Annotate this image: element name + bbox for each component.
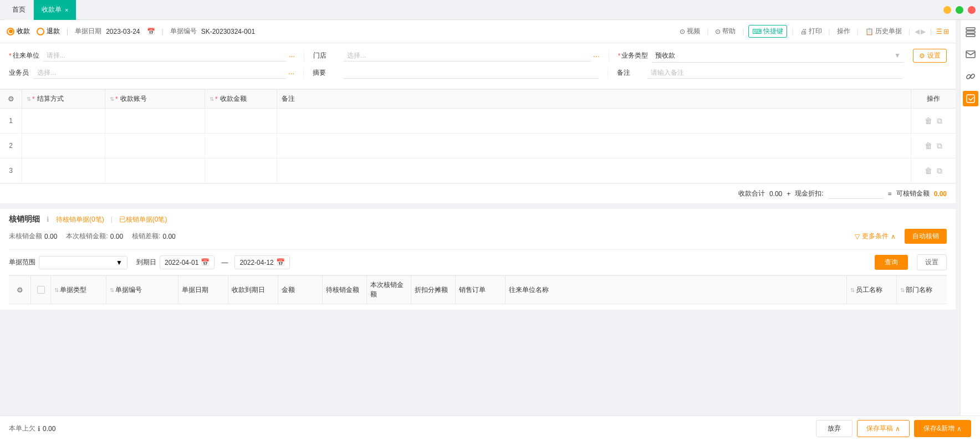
more-conditions-btn[interactable]: ▽ 更多条件 ∧ bbox=[855, 232, 896, 241]
table-row: 1 🗑 ⧉ bbox=[0, 109, 956, 134]
row-1-copy-icon[interactable]: ⧉ bbox=[937, 116, 942, 126]
svg-rect-4 bbox=[967, 95, 974, 102]
operations-btn[interactable]: 操作 bbox=[835, 25, 853, 37]
row-2-settle[interactable] bbox=[22, 134, 105, 158]
tab-close-icon[interactable]: × bbox=[65, 7, 68, 13]
radio-group: 收款 退款 bbox=[7, 27, 60, 36]
row-3-amount[interactable] bbox=[205, 158, 277, 183]
range-dropdown-icon: ▼ bbox=[116, 259, 122, 266]
bottom-info-icon[interactable]: ℹ bbox=[38, 425, 40, 433]
date-to-picker[interactable]: 2022-04-12 📅 bbox=[234, 255, 289, 269]
row-2-delete-icon[interactable]: 🗑 bbox=[925, 141, 932, 150]
biz-type-select[interactable]: 预收款 ▼ bbox=[652, 49, 904, 63]
shop-input[interactable] bbox=[344, 50, 591, 61]
draft-arrow-icon: ∧ bbox=[895, 425, 900, 433]
summary-input[interactable] bbox=[343, 67, 598, 79]
row-1-remark[interactable] bbox=[277, 109, 911, 133]
verif-info-icon[interactable]: ℹ bbox=[47, 216, 49, 223]
prev-arrow[interactable]: ◀ bbox=[915, 28, 920, 35]
row-3-remark[interactable] bbox=[277, 158, 911, 183]
range-select[interactable]: ▼ bbox=[39, 256, 127, 269]
sidebar-mail-icon[interactable] bbox=[963, 47, 978, 62]
staff-more-icon[interactable]: ··· bbox=[288, 69, 295, 78]
layout-list-btn[interactable]: ☰ bbox=[936, 28, 942, 35]
sidebar-table-icon[interactable] bbox=[963, 24, 978, 40]
row-1-delete-icon[interactable]: 🗑 bbox=[925, 116, 932, 125]
date-from-picker[interactable]: 2022-04-01 📅 bbox=[160, 255, 215, 269]
history-label: 历史单据 bbox=[875, 27, 902, 36]
auto-verify-btn[interactable]: 自动核销 bbox=[905, 229, 947, 244]
th-op: 操作 bbox=[911, 90, 956, 108]
row-3-settle[interactable] bbox=[22, 158, 105, 183]
history-btn[interactable]: 📋 历史单据 bbox=[863, 25, 904, 37]
row-2-remark[interactable] bbox=[277, 134, 911, 158]
lth-gear[interactable]: ⚙ bbox=[9, 276, 31, 304]
maximize-btn[interactable] bbox=[956, 6, 963, 14]
print-btn[interactable]: 🖨 打印 bbox=[798, 25, 824, 37]
verif-done-tab[interactable]: 已核销单据(0笔) bbox=[119, 215, 167, 224]
row-2-amount[interactable] bbox=[205, 134, 277, 158]
current-verif-label: 本次核销金额: bbox=[66, 232, 108, 241]
staff-input[interactable] bbox=[34, 67, 286, 79]
row-2-copy-icon[interactable]: ⧉ bbox=[937, 141, 942, 151]
help-btn[interactable]: ⊙ 帮助 bbox=[713, 25, 738, 37]
range-label: 单据范围 bbox=[9, 258, 35, 267]
lth-check[interactable] bbox=[31, 276, 51, 304]
table-row: 3 🗑 ⧉ bbox=[0, 158, 956, 183]
tab-current-label: 收款单 bbox=[42, 5, 62, 14]
current-verif-value: 0.00 bbox=[110, 233, 123, 240]
row-3-copy-icon[interactable]: ⧉ bbox=[937, 166, 942, 176]
row-1-settle[interactable] bbox=[22, 109, 105, 133]
row-2-account[interactable] bbox=[105, 134, 205, 158]
close-btn[interactable] bbox=[968, 6, 976, 14]
table-gear-icon[interactable]: ⚙ bbox=[8, 95, 14, 103]
row-3-account[interactable] bbox=[105, 158, 205, 183]
shop-more-icon[interactable]: ··· bbox=[593, 52, 600, 60]
select-all-checkbox[interactable] bbox=[37, 286, 45, 294]
lower-settings-btn[interactable]: 设置 bbox=[917, 254, 947, 270]
save-btn[interactable]: 保存&新增 ∧ bbox=[914, 420, 971, 437]
verif-pending-tab[interactable]: 待核销单据(0笔) bbox=[56, 215, 104, 224]
tab-current[interactable]: 收款单 × bbox=[34, 0, 76, 20]
print-icon: 🖨 bbox=[800, 28, 807, 35]
range-field: 单据范围 ▼ bbox=[9, 256, 127, 269]
query-btn[interactable]: 查询 bbox=[875, 255, 908, 270]
radio-refund[interactable]: 退款 bbox=[37, 27, 60, 36]
lth-sales: 销售订单 bbox=[456, 276, 506, 304]
right-sidebar bbox=[960, 20, 980, 416]
next-arrow[interactable]: ▶ bbox=[921, 28, 926, 35]
video-icon: ⊙ bbox=[680, 28, 685, 35]
layout-grid-btn[interactable]: ⊞ bbox=[943, 28, 949, 35]
discount-input[interactable] bbox=[828, 188, 884, 199]
lth-dept: ⇅ 部门名称 bbox=[897, 276, 947, 304]
radio-receive[interactable]: 收款 bbox=[7, 27, 30, 36]
draft-btn[interactable]: 保存草稿 ∧ bbox=[857, 420, 910, 437]
settings-button[interactable]: ⚙ 设置 bbox=[913, 49, 947, 63]
row-3-delete-icon[interactable]: 🗑 bbox=[925, 166, 932, 175]
unclaimed-value: 0.00 bbox=[44, 233, 57, 240]
partner-label: 往来单位 bbox=[13, 51, 43, 60]
video-btn[interactable]: ⊙ 视频 bbox=[677, 25, 702, 37]
row-1-amount[interactable] bbox=[205, 109, 277, 133]
row-1-account[interactable] bbox=[105, 109, 205, 133]
operations-label: 操作 bbox=[837, 27, 850, 36]
partner-more-icon[interactable]: ··· bbox=[289, 52, 295, 60]
lower-gear-icon[interactable]: ⚙ bbox=[17, 286, 23, 294]
remarks-input[interactable] bbox=[647, 67, 902, 79]
shortcuts-btn[interactable]: ⌨ 快捷键 bbox=[748, 25, 787, 38]
tab-home[interactable]: 首页 bbox=[4, 0, 34, 20]
biz-type-arrow-icon: ▼ bbox=[894, 52, 901, 59]
discard-btn[interactable]: 放弃 bbox=[816, 420, 853, 437]
plus-sign: + bbox=[787, 190, 790, 198]
th-gear[interactable]: ⚙ bbox=[0, 90, 22, 108]
th-account: ⇅ * 收款账号 bbox=[105, 90, 205, 108]
date-icon[interactable]: 📅 bbox=[147, 28, 155, 35]
partner-input[interactable] bbox=[43, 50, 287, 61]
minimize-btn[interactable] bbox=[943, 6, 951, 14]
current-verif-stat: 本次核销金额: 0.00 bbox=[66, 232, 123, 241]
sidebar-active-icon[interactable] bbox=[963, 91, 978, 106]
sidebar-link-icon[interactable] bbox=[963, 69, 978, 84]
biz-type-label: 业务类型 bbox=[621, 51, 652, 60]
expand-icon: ∧ bbox=[891, 233, 896, 240]
history-icon: 📋 bbox=[865, 28, 874, 35]
